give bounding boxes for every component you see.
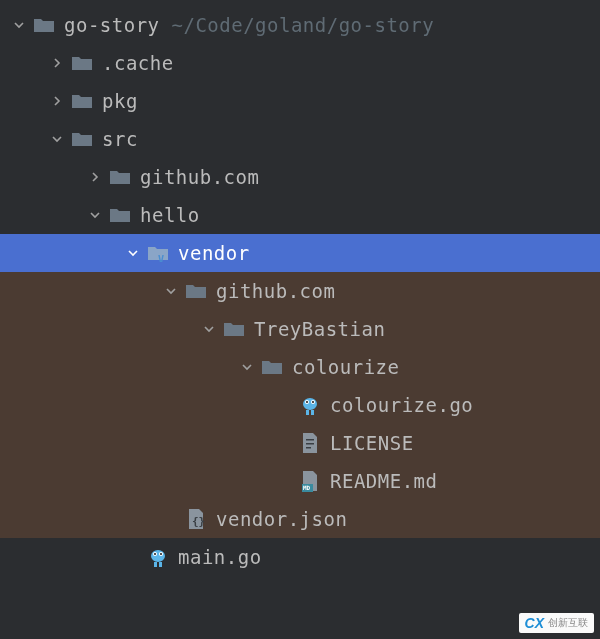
svg-rect-6	[306, 410, 309, 415]
chevron-down-icon[interactable]	[10, 16, 28, 34]
tree-row-treybastian[interactable]: TreyBastian	[0, 310, 600, 348]
chevron-right-icon[interactable]	[86, 168, 104, 186]
svg-point-18	[160, 553, 162, 555]
tree-row-hello[interactable]: hello	[0, 196, 600, 234]
tree-label: .cache	[102, 52, 174, 74]
tree-row-readme[interactable]: MD README.md	[0, 462, 600, 500]
tree-label: LICENSE	[330, 432, 414, 454]
folder-icon	[222, 317, 246, 341]
go-file-icon	[146, 545, 170, 569]
tree-label: vendor	[178, 242, 250, 264]
project-tree: go-story ~/Code/goland/go-story .cache p…	[0, 0, 600, 576]
tree-label: colourize.go	[330, 394, 473, 416]
chevron-right-icon[interactable]	[48, 92, 66, 110]
svg-point-1	[303, 398, 317, 410]
folder-icon	[70, 127, 94, 151]
svg-point-4	[306, 401, 308, 403]
tree-row-vendor-json[interactable]: {} vendor.json	[0, 500, 600, 538]
svg-rect-7	[311, 410, 314, 415]
tree-row-colourize-go[interactable]: colourize.go	[0, 386, 600, 424]
svg-point-17	[154, 553, 156, 555]
tree-label: vendor.json	[216, 508, 347, 530]
tree-row-license[interactable]: LICENSE	[0, 424, 600, 462]
text-file-icon	[298, 431, 322, 455]
svg-point-14	[151, 550, 165, 562]
tree-label: pkg	[102, 90, 138, 112]
chevron-down-icon[interactable]	[48, 130, 66, 148]
svg-rect-10	[306, 447, 311, 449]
folder-icon	[260, 355, 284, 379]
svg-rect-8	[306, 439, 314, 441]
go-file-icon	[298, 393, 322, 417]
folder-icon	[70, 89, 94, 113]
chevron-right-icon[interactable]	[48, 54, 66, 72]
svg-text:MD: MD	[303, 484, 311, 491]
folder-icon	[108, 165, 132, 189]
tree-label: colourize	[292, 356, 399, 378]
tree-row-github-src[interactable]: github.com	[0, 158, 600, 196]
folder-icon	[70, 51, 94, 75]
tree-row-src[interactable]: src	[0, 120, 600, 158]
svg-text:{}: {}	[192, 515, 205, 528]
svg-rect-19	[154, 562, 157, 567]
tree-label: README.md	[330, 470, 437, 492]
tree-label: TreyBastian	[254, 318, 385, 340]
tree-row-pkg[interactable]: pkg	[0, 82, 600, 120]
tree-row-cache[interactable]: .cache	[0, 44, 600, 82]
tree-label: go-story	[64, 14, 160, 36]
folder-vendor-icon: V	[146, 241, 170, 265]
chevron-down-icon[interactable]	[238, 358, 256, 376]
watermark: CX 创新互联	[519, 613, 594, 633]
tree-row-main-go[interactable]: main.go	[0, 538, 600, 576]
tree-label: github.com	[216, 280, 335, 302]
tree-label: src	[102, 128, 138, 150]
json-file-icon: {}	[184, 507, 208, 531]
folder-icon	[108, 203, 132, 227]
tree-label: github.com	[140, 166, 259, 188]
markdown-file-icon: MD	[298, 469, 322, 493]
chevron-down-icon[interactable]	[86, 206, 104, 224]
chevron-down-icon[interactable]	[200, 320, 218, 338]
path-hint: ~/Code/goland/go-story	[172, 14, 435, 36]
tree-row-root[interactable]: go-story ~/Code/goland/go-story	[0, 6, 600, 44]
watermark-logo: CX	[525, 615, 544, 631]
tree-label: main.go	[178, 546, 262, 568]
folder-icon	[32, 13, 56, 37]
chevron-down-icon[interactable]	[162, 282, 180, 300]
tree-row-vendor[interactable]: V vendor	[0, 234, 600, 272]
svg-point-5	[312, 401, 314, 403]
svg-text:V: V	[158, 254, 164, 262]
tree-label: hello	[140, 204, 200, 226]
svg-rect-9	[306, 443, 314, 445]
folder-icon	[184, 279, 208, 303]
svg-rect-20	[159, 562, 162, 567]
tree-row-colourize[interactable]: colourize	[0, 348, 600, 386]
chevron-down-icon[interactable]	[124, 244, 142, 262]
watermark-text: 创新互联	[548, 616, 588, 630]
tree-row-github-vendor[interactable]: github.com	[0, 272, 600, 310]
